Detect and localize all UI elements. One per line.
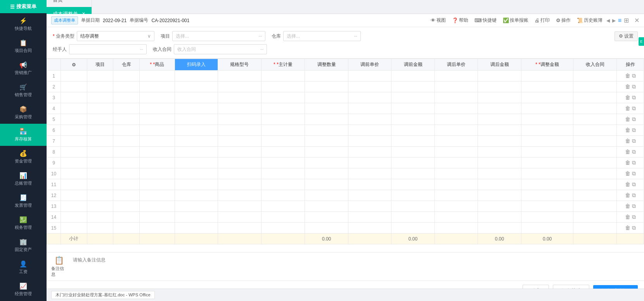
project-input[interactable]: 选择... ···: [172, 31, 265, 41]
edge-btn-1[interactable]: E: [639, 37, 644, 46]
delete-btn-11[interactable]: 🗑: [625, 181, 630, 188]
sidebar-item-invoice[interactable]: 🧾发票管理: [0, 190, 47, 212]
cell-after-amount-13: [478, 201, 521, 212]
cell-setting-11: [61, 179, 87, 190]
copy-btn-5[interactable]: ⧉: [632, 116, 636, 123]
row-num-4: 4: [47, 103, 61, 114]
copy-btn-4[interactable]: ⧉: [632, 105, 636, 112]
nav-prev-btn[interactable]: ◀: [606, 18, 610, 23]
copy-btn-8[interactable]: ⧉: [632, 149, 636, 155]
table-row[interactable]: 6🗑⧉: [47, 125, 644, 136]
copy-btn-9[interactable]: ⧉: [632, 159, 636, 166]
handler-input[interactable]: ···: [69, 44, 147, 54]
table-row[interactable]: 4🗑⧉: [47, 103, 644, 114]
copy-btn-10[interactable]: ⧉: [632, 170, 636, 177]
col-header-adjust-qty: 调整数量: [305, 59, 348, 71]
table-row[interactable]: 3🗑⧉: [47, 92, 644, 103]
toolbar-btn-review[interactable]: ✅按单报账: [501, 16, 530, 24]
col-header-before-amount: 调前金额: [391, 59, 435, 71]
note-input[interactable]: [71, 256, 639, 264]
table-row[interactable]: 5🗑⧉: [47, 114, 644, 125]
delete-btn-1[interactable]: 🗑: [625, 73, 630, 79]
copy-btn-3[interactable]: ⧉: [632, 94, 636, 101]
cell-product-2: [139, 81, 175, 92]
view-list-btn[interactable]: ≡: [618, 17, 621, 24]
nav-next-btn[interactable]: ▶: [612, 18, 616, 23]
delete-btn-9[interactable]: 🗑: [625, 159, 630, 166]
sidebar-item-finance[interactable]: 💰资金管理: [0, 146, 47, 168]
cell-after-price-8: [435, 147, 478, 157]
table-row[interactable]: 9🗑⧉: [47, 157, 644, 168]
tab-bar: 首页成本调整单✕: [47, 0, 644, 14]
table-row[interactable]: 1🗑⧉: [47, 71, 644, 81]
copy-btn-1[interactable]: ⧉: [632, 73, 636, 79]
table-row[interactable]: 15🗑⧉: [47, 223, 644, 234]
sidebar-item-marketing[interactable]: 📢营销推广: [0, 57, 47, 80]
table-row[interactable]: 2🗑⧉: [47, 81, 644, 92]
copy-btn-11[interactable]: ⧉: [632, 181, 636, 188]
copy-btn-15[interactable]: ⧉: [632, 225, 636, 231]
finance-label: 资金管理: [15, 158, 32, 164]
subtotal-after-price: [435, 234, 478, 244]
delete-btn-6[interactable]: 🗑: [625, 127, 630, 133]
sidebar-item-operations[interactable]: 📈经营管理: [0, 279, 47, 301]
col-header-setting[interactable]: ⚙: [61, 59, 87, 71]
warehouse-input[interactable]: 选择... ···: [283, 31, 361, 41]
copy-btn-12[interactable]: ⧉: [632, 192, 636, 199]
toolbar-btn-view[interactable]: 👁视图: [429, 16, 447, 24]
delete-btn-10[interactable]: 🗑: [625, 170, 630, 177]
delete-btn-2[interactable]: 🗑: [625, 83, 630, 90]
sidebar-item-tax[interactable]: 💹税务管理: [0, 212, 47, 234]
income-contract-input[interactable]: 收入合同 ···: [174, 44, 267, 54]
sidebar-item-inventory[interactable]: 🏪库存核算: [0, 124, 47, 146]
table-row[interactable]: 13🗑⧉: [47, 201, 644, 212]
table-row[interactable]: 14🗑⧉: [47, 212, 644, 223]
view-grid-btn[interactable]: ⊞: [624, 17, 629, 24]
table-row[interactable]: 12🗑⧉: [47, 190, 644, 201]
delete-btn-13[interactable]: 🗑: [625, 203, 630, 209]
sidebar-item-ledger[interactable]: 📊总账管理: [0, 168, 47, 190]
copy-btn-7[interactable]: ⧉: [632, 138, 636, 144]
copy-btn-13[interactable]: ⧉: [632, 203, 636, 209]
toolbar-btn-history[interactable]: 📜历史账簿: [575, 16, 604, 24]
history-icon: 📜: [577, 17, 583, 23]
table-row[interactable]: 7🗑⧉: [47, 136, 644, 147]
delete-btn-8[interactable]: 🗑: [625, 149, 630, 155]
copy-btn-14[interactable]: ⧉: [632, 214, 636, 220]
sidebar-item-payroll[interactable]: 👤工资: [0, 256, 47, 279]
sidebar-logo[interactable]: ☰ 搜索菜单: [0, 0, 47, 13]
cell-setting-8: [61, 147, 87, 157]
delete-btn-7[interactable]: 🗑: [625, 138, 630, 144]
sidebar-item-purchase[interactable]: 📦采购管理: [0, 102, 47, 124]
business-type-input[interactable]: 结存调整 ∨: [77, 31, 154, 41]
note-icon-area[interactable]: 📋 备注信息: [51, 256, 67, 277]
main-table: ⚙项目仓库*商品扫码录入规格型号*主计量调整数量调前单价调前金额调后单价调后金额…: [47, 59, 644, 244]
table-row[interactable]: 8🗑⧉: [47, 147, 644, 157]
delete-btn-3[interactable]: 🗑: [625, 94, 630, 101]
delete-btn-12[interactable]: 🗑: [625, 192, 630, 199]
sidebar-item-sales[interactable]: 🛒销售管理: [0, 80, 47, 102]
settings-btn[interactable]: ⚙ 设置: [615, 31, 638, 41]
tab-home[interactable]: 首页: [47, 0, 92, 7]
delete-btn-4[interactable]: 🗑: [625, 105, 630, 112]
taskbar-item[interactable]: 木门行业好业财处理方案-慕红红.doc - WPS Office: [51, 291, 155, 299]
toolbar-btn-print[interactable]: 🖨打印: [533, 16, 551, 24]
delete-btn-15[interactable]: 🗑: [625, 225, 630, 231]
toolbar-btn-hotkey[interactable]: ⌨快捷键: [473, 16, 498, 24]
cell-adjust-amount-9: [521, 157, 573, 168]
sidebar-item-assets[interactable]: 🏢固定资产: [0, 234, 47, 256]
sidebar-item-quick-nav[interactable]: ⚡快捷导航: [0, 13, 47, 35]
delete-btn-5[interactable]: 🗑: [625, 116, 630, 123]
cell-product-12: [139, 190, 175, 201]
delete-btn-14[interactable]: 🗑: [625, 214, 630, 220]
table-row[interactable]: 11🗑⧉: [47, 179, 644, 190]
copy-btn-2[interactable]: ⧉: [632, 83, 636, 90]
sidebar-item-project-contract[interactable]: 📋项目合同: [0, 35, 47, 57]
toolbar-btn-operation[interactable]: ⚙操作: [554, 16, 572, 24]
cell-adjust-qty-6: [305, 125, 348, 136]
table-row[interactable]: 10🗑⧉: [47, 168, 644, 179]
cell-project-11: [87, 179, 113, 190]
toolbar-btn-help[interactable]: ❓帮助: [450, 16, 470, 24]
copy-btn-6[interactable]: ⧉: [632, 127, 636, 133]
doc-type-badge: 成本调整单: [51, 16, 78, 24]
